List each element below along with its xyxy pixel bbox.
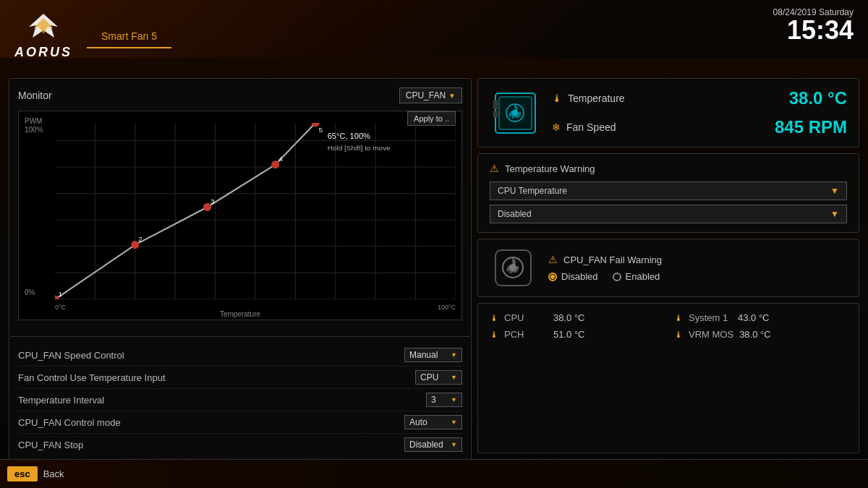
status-readings: 🌡 Temperature 38.0 °C ❄ Fan Speed 845 RP… — [552, 88, 847, 137]
interval-label: Temperature Interval — [18, 395, 104, 406]
svg-text:Hold [Shift] to move: Hold [Shift] to move — [328, 144, 391, 152]
fan-stop-dropdown[interactable]: Disabled ▼ — [404, 437, 462, 452]
disabled-radio-label: Disabled — [561, 271, 598, 282]
control-mode-label: CPU_FAN Control mode — [18, 417, 121, 428]
svg-text:4: 4 — [278, 155, 283, 163]
pch-sensor: 🌡 PCH 51.0 °C — [490, 329, 663, 340]
fail-warning-title: CPU_FAN Fail Warning — [563, 254, 662, 265]
fan-speed-label: Fan Speed — [566, 121, 616, 133]
cpu-temp-dropdown[interactable]: CPU Temperature ▼ — [490, 181, 847, 200]
temperature-label: Temperature — [568, 93, 625, 104]
thermometer-icon: 🌡 — [552, 93, 562, 104]
monitor-title: Monitor — [18, 90, 52, 101]
pch-temp-icon: 🌡 — [490, 330, 498, 340]
vrm-sensor-label: VRM MOS — [689, 329, 733, 340]
fan-status-icon — [490, 87, 540, 138]
smart-fan-tab[interactable]: Smart Fan 5 — [87, 24, 171, 48]
sensor-grid: 🌡 CPU 38.0 °C 🌡 System 1 43.0 °C 🌡 PCH 5… — [490, 312, 847, 340]
svg-text:5: 5 — [319, 126, 323, 134]
svg-text:3: 3 — [210, 197, 215, 205]
svg-rect-28 — [493, 100, 498, 109]
back-label: Back — [43, 468, 64, 479]
svg-text:65°C, 100%: 65°C, 100% — [328, 132, 370, 140]
fan-speed-icon: ❄ — [552, 121, 561, 133]
vrm-sensor-value: 38.0 °C — [739, 329, 771, 340]
datetime-display: 08/24/2019 Saturday 15:34 — [773, 7, 854, 43]
fail-warning-fan-icon — [493, 248, 533, 288]
fail-warning-radio-group: Disabled Enabled — [548, 271, 847, 282]
system1-sensor-value: 43.0 °C — [738, 312, 770, 323]
system1-temp-icon: 🌡 — [674, 313, 683, 323]
control-mode-dropdown[interactable]: Auto ▼ — [404, 415, 462, 429]
y-0-label: 0% — [25, 288, 35, 296]
fan-curve-chart[interactable]: PWM 100% 0% Apply to .. — [18, 111, 462, 320]
y-axis-label: PWM — [25, 117, 42, 125]
pch-sensor-value: 51.0 °C — [553, 329, 585, 340]
warning-icon: ⚠ — [490, 163, 499, 174]
setting-row-interval: Temperature Interval 3 ▼ — [18, 389, 462, 411]
system1-sensor: 🌡 System 1 43.0 °C — [674, 312, 847, 323]
temp-warning-title: Temperature Warning — [505, 163, 595, 174]
cpu-sensor-label: CPU — [504, 312, 548, 323]
setting-row-fan-stop: CPU_FAN Stop Disabled ▼ — [18, 434, 462, 455]
x-axis-label: Temperature — [19, 310, 461, 318]
svg-text:1: 1 — [58, 290, 62, 298]
y-100-label: 100% — [25, 126, 43, 134]
settings-panel: CPU_FAN Speed Control Manual ▼ Fan Contr… — [9, 337, 472, 463]
speed-control-label: CPU_FAN Speed Control — [18, 350, 124, 361]
pc-fan-icon — [492, 90, 539, 137]
fan-speed-row: ❄ Fan Speed 845 RPM — [552, 117, 847, 137]
fail-warning-icon: ⚠ — [548, 254, 558, 265]
enabled-radio-label: Enabled — [626, 271, 660, 282]
setting-row-control-mode: CPU_FAN Control mode Auto ▼ — [18, 411, 462, 434]
system1-sensor-label: System 1 — [689, 312, 732, 323]
status-panel: 🌡 Temperature 38.0 °C ❄ Fan Speed 845 RP… — [477, 78, 859, 147]
cpu-sensor: 🌡 CPU 38.0 °C — [490, 312, 663, 323]
setting-row-temp-input: Fan Control Use Temperature Input CPU ▼ — [18, 367, 462, 389]
disabled-dropdown[interactable]: Disabled ▼ — [490, 205, 847, 223]
cpu-temp-icon: 🌡 — [490, 313, 498, 323]
fail-warning-panel: ⚠ CPU_FAN Fail Warning Disabled Enabled — [477, 239, 859, 297]
speed-control-dropdown[interactable]: Manual ▼ — [404, 348, 462, 362]
enabled-radio-dot — [613, 273, 621, 281]
temperature-warning-panel: ⚠ Temperature Warning CPU Temperature ▼ … — [477, 153, 859, 233]
logo-text: AORUS — [14, 45, 72, 60]
fail-content: ⚠ CPU_FAN Fail Warning Disabled Enabled — [548, 254, 847, 282]
cpu-sensor-value: 38.0 °C — [553, 312, 585, 323]
aorus-eagle-icon — [22, 12, 65, 45]
interval-dropdown[interactable]: 3 ▼ — [426, 393, 462, 407]
temp-input-dropdown[interactable]: CPU ▼ — [415, 370, 462, 385]
pch-sensor-label: PCH — [504, 329, 548, 340]
vrm-sensor: 🌡 VRM MOS 38.0 °C — [674, 329, 847, 340]
fan-stop-label: CPU_FAN Stop — [18, 440, 83, 450]
temp-input-label: Fan Control Use Temperature Input — [18, 372, 166, 383]
logo-area: AORUS — [0, 5, 87, 67]
time-text: 15:34 — [773, 17, 854, 43]
temperature-row: 🌡 Temperature 38.0 °C — [552, 88, 847, 108]
fan-select-dropdown[interactable]: CPU_FAN ▼ — [399, 87, 462, 103]
vrm-temp-icon: 🌡 — [674, 330, 683, 340]
warning-content: CPU Temperature ▼ Disabled ▼ — [490, 181, 847, 223]
fan-curve-svg[interactable]: 1 2 3 4 5 65°C, 100% Hold [Shift] to mov… — [55, 123, 456, 299]
disabled-radio[interactable]: Disabled — [548, 271, 598, 282]
esc-button[interactable]: esc — [7, 466, 38, 481]
bottom-bar: esc Back — [0, 459, 868, 488]
enabled-radio[interactable]: Enabled — [613, 271, 660, 282]
svg-rect-29 — [493, 111, 498, 117]
sensor-panel: 🌡 CPU 38.0 °C 🌡 System 1 43.0 °C 🌡 PCH 5… — [477, 303, 859, 453]
disabled-radio-dot — [548, 273, 557, 281]
svg-text:2: 2 — [138, 235, 142, 243]
monitor-panel: Monitor CPU_FAN ▼ PWM 100% 0% Apply to .… — [9, 78, 472, 337]
temperature-value: 38.0 °C — [789, 88, 847, 108]
setting-row-speed-control: CPU_FAN Speed Control Manual ▼ — [18, 344, 462, 367]
fan-speed-value: 845 RPM — [775, 117, 847, 137]
nav-tab-label: Smart Fan 5 — [101, 30, 157, 42]
